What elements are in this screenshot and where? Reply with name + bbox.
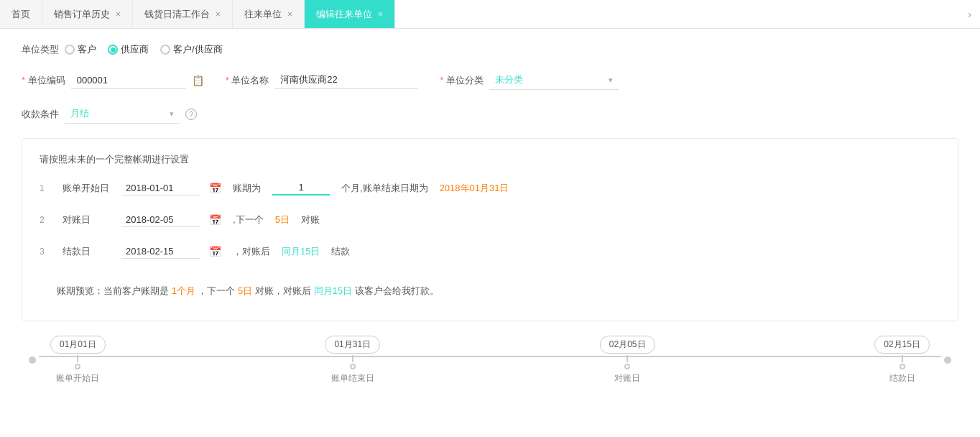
radio-supplier-label: 供应商 <box>121 43 149 56</box>
unit-code-label: 单位编码 <box>22 74 65 87</box>
preview-prefix: 账期预览：当前客户账期是 <box>57 285 169 296</box>
payment-prefix-text: ，对账后 <box>233 245 270 258</box>
tab-edit-partner-label: 编辑往来单位 <box>316 8 372 21</box>
section-title: 请按照未来的一个完整帐期进行设置 <box>40 153 940 166</box>
preview-period: 1个月 <box>172 285 195 296</box>
timeline-point-1: 01月01日 账单开始日 <box>50 336 106 385</box>
chevron-down-icon: ▾ <box>170 109 174 119</box>
tab-partner[interactable]: 往来单位 × <box>233 0 305 28</box>
preview-sep1: ，下一个 <box>198 285 235 296</box>
reconcile-highlight: 5日 <box>275 213 290 226</box>
start-date-input[interactable] <box>121 181 200 196</box>
timeline-label-4: 结款日 <box>889 372 915 385</box>
timeline-point-2: 01月31日 账单结束日 <box>325 336 380 385</box>
payment-terms-select[interactable]: 月结 ▾ <box>65 104 180 124</box>
reconcile-prefix-text: ,下一个 <box>233 213 264 226</box>
tab-bar: 首页 销售订单历史 × 钱货日清工作台 × 往来单位 × 编辑往来单位 × › <box>0 0 980 29</box>
timeline-label-2: 账单结束日 <box>331 372 374 385</box>
calendar-icon[interactable]: 📅 <box>209 183 221 194</box>
unit-type-label: 单位类型 <box>22 43 59 56</box>
chevron-down-icon: ▾ <box>609 75 613 85</box>
reconcile-date-row: 2 对账日 📅 ,下一个 5日 对账 <box>40 213 940 227</box>
preview-payment-day: 同月15日 <box>314 285 352 296</box>
timeline-connector-1 <box>77 355 78 362</box>
preview-sep2: 对账，对账后 <box>255 285 311 296</box>
close-icon[interactable]: × <box>216 9 221 19</box>
timeline-connector-3 <box>627 355 628 362</box>
row-num-1: 1 <box>40 183 54 193</box>
unit-category-select[interactable]: 未分类 ▾ <box>489 70 619 90</box>
period-unit-text: 个月,账单结束日期为 <box>341 182 428 195</box>
row-num-3: 3 <box>40 247 54 257</box>
unit-code-input[interactable] <box>71 72 186 89</box>
close-icon[interactable]: × <box>116 9 121 19</box>
tab-edit-partner[interactable]: 编辑往来单位 × <box>305 0 395 28</box>
timeline-point-3: 02月05日 对账日 <box>600 336 655 385</box>
unit-type-row: 单位类型 客户 供应商 客户/供应商 <box>22 43 958 56</box>
unit-name-input[interactable] <box>274 72 418 89</box>
timeline-left-dot <box>29 356 36 364</box>
tab-home-label: 首页 <box>11 8 30 21</box>
radio-customer-label: 客户 <box>78 43 96 56</box>
preview-section: 账期预览：当前客户账期是 1个月 ，下一个 5日 对账，对账后 同月15日 该客… <box>40 276 940 306</box>
timeline-dot-3 <box>624 364 630 369</box>
tab-cash-workbench[interactable]: 钱货日清工作台 × <box>133 0 233 28</box>
radio-customer-circle <box>65 45 75 55</box>
unit-category-field: 单位分类 未分类 ▾ <box>440 70 619 90</box>
preview-reconcile-day: 5日 <box>238 285 252 296</box>
timeline-wrapper: 01月01日 账单开始日 01月31日 账单结束日 02月05日 对账日 <box>22 339 958 382</box>
close-icon[interactable]: × <box>287 9 292 19</box>
radio-both-label: 客户/供应商 <box>173 43 223 56</box>
calendar-icon[interactable]: 📅 <box>209 214 221 226</box>
start-date-label: 账单开始日 <box>63 182 113 195</box>
timeline-label-3: 对账日 <box>614 372 640 385</box>
timeline-dot-4 <box>900 364 905 369</box>
timeline-container: 01月01日 账单开始日 01月31日 账单结束日 02月05日 对账日 <box>29 339 951 382</box>
row-period-text: 账期为 <box>233 182 261 195</box>
tab-partner-label: 往来单位 <box>244 8 282 21</box>
payment-terms-field: 收款条件 月结 ▾ ? <box>22 104 197 124</box>
payment-highlight: 同月15日 <box>282 245 320 258</box>
unit-category-label: 单位分类 <box>440 74 484 87</box>
unit-type-field: 单位类型 客户 供应商 客户/供应商 <box>22 43 223 56</box>
payment-suffix-text: 结款 <box>331 245 350 258</box>
fields-row: 单位编码 📋 单位名称 单位分类 未分类 ▾ <box>22 70 958 90</box>
payment-date-label: 结款日 <box>63 245 113 258</box>
radio-supplier[interactable]: 供应商 <box>108 43 149 56</box>
unit-code-icon[interactable]: 📋 <box>192 75 204 86</box>
radio-both[interactable]: 客户/供应商 <box>160 43 223 56</box>
timeline-right-dot <box>944 356 951 364</box>
radio-supplier-circle <box>108 45 118 55</box>
payment-row: 收款条件 月结 ▾ ? <box>22 104 958 124</box>
tab-sales-history[interactable]: 销售订单历史 × <box>42 0 133 28</box>
reconcile-date-label: 对账日 <box>63 213 113 226</box>
start-date-row: 1 账单开始日 📅 账期为 个月,账单结束日期为 2018年01月31日 <box>40 180 940 196</box>
period-value-input[interactable] <box>272 180 330 196</box>
help-icon[interactable]: ? <box>185 109 197 120</box>
unit-code-field: 单位编码 📋 <box>22 72 204 89</box>
period-section: 请按照未来的一个完整帐期进行设置 1 账单开始日 📅 账期为 个月,账单结束日期… <box>22 138 958 321</box>
radio-customer[interactable]: 客户 <box>65 43 96 56</box>
timeline-points: 01月01日 账单开始日 01月31日 账单结束日 02月05日 对账日 <box>36 336 944 385</box>
timeline-date-4: 02月15日 <box>874 336 930 354</box>
timeline-connector-4 <box>902 355 903 362</box>
close-icon[interactable]: × <box>378 9 383 19</box>
timeline-connector-2 <box>352 355 353 362</box>
timeline-dot-2 <box>350 364 356 369</box>
payment-date-input[interactable] <box>121 244 200 259</box>
main-content: 单位类型 客户 供应商 客户/供应商 单位编码 📋 <box>0 29 980 437</box>
timeline-date-2: 01月31日 <box>325 336 380 354</box>
row-num-2: 2 <box>40 215 54 225</box>
tab-more-arrow[interactable]: › <box>959 9 980 20</box>
reconcile-suffix-text: 对账 <box>301 213 320 226</box>
tab-sales-history-label: 销售订单历史 <box>54 8 110 21</box>
payment-date-row: 3 结款日 📅 ，对账后 同月15日 结款 <box>40 244 940 259</box>
radio-both-circle <box>160 45 170 55</box>
reconcile-date-input[interactable] <box>121 213 200 227</box>
tab-cash-workbench-label: 钱货日清工作台 <box>144 8 210 21</box>
unit-category-value: 未分类 <box>495 73 606 86</box>
tab-home[interactable]: 首页 <box>0 0 42 28</box>
timeline-point-4: 02月15日 结款日 <box>874 336 930 385</box>
timeline-label-1: 账单开始日 <box>56 372 99 385</box>
calendar-icon[interactable]: 📅 <box>209 246 221 257</box>
